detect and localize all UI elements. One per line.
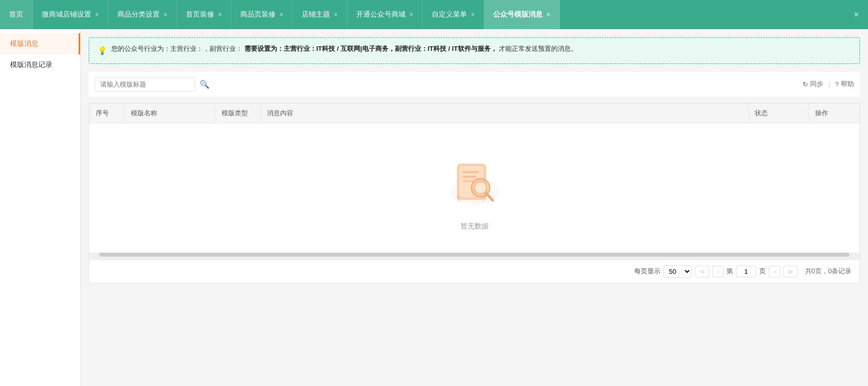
notice-banner: 💡 您的公众号行业为：主营行业：，副营行业： 需要设置为：主营行业：IT科技 /… (89, 37, 860, 64)
col-header-status: 状态 (749, 103, 809, 123)
page-unit: 页 (759, 267, 766, 276)
page-input[interactable] (736, 266, 756, 277)
lightbulb-icon: 💡 (97, 44, 107, 57)
svg-point-7 (475, 182, 487, 194)
page-size-label: 每页显示 (634, 267, 660, 276)
sync-icon: ↻ (803, 81, 808, 88)
next-page-button[interactable]: › (769, 266, 780, 277)
tab-open-store[interactable]: 开通公众号商城× (347, 0, 423, 29)
tab-label-product-decor: 商品页装修 (240, 10, 276, 19)
col-header-action: 操作 (809, 103, 859, 123)
tab-label-product-category: 商品分类设置 (117, 10, 160, 19)
svg-rect-3 (462, 171, 479, 173)
tab-close-wsc-settings[interactable]: × (95, 11, 99, 18)
tab-product-decor[interactable]: 商品页装修× (231, 0, 293, 29)
svg-rect-5 (462, 180, 474, 182)
divider: | (828, 81, 830, 88)
col-header-content: 消息内容 (261, 103, 749, 123)
tab-template-msg[interactable]: 公众号模版消息× (484, 0, 560, 29)
tab-label-template-msg: 公众号模版消息 (493, 10, 543, 19)
tab-custom-menu[interactable]: 自定义菜单× (423, 0, 484, 29)
tab-close-product-category[interactable]: × (164, 11, 167, 18)
search-button[interactable]: 🔍 (199, 80, 210, 89)
col-header-name: 模版名称 (125, 103, 216, 123)
tab-label-open-store: 开通公众号商城 (356, 10, 406, 19)
data-table: 序号模版名称模版类型消息内容状态操作 (89, 103, 859, 251)
notice-text: 您的公众号行业为：主营行业：，副营行业： 需要设置为：主营行业：IT科技 / 互… (111, 44, 577, 54)
tab-home-decor[interactable]: 首页装修× (177, 0, 231, 29)
tab-product-category[interactable]: 商品分类设置× (108, 0, 177, 29)
sidebar-item-template-msg[interactable]: 模版消息 (0, 33, 80, 54)
tab-label-store-theme: 店铺主题 (302, 10, 330, 19)
tab-label-home: 首页 (9, 10, 23, 19)
table-container: 序号模版名称模版类型消息内容状态操作 (89, 103, 860, 283)
tab-wsc-settings[interactable]: 微商城店铺设置× (33, 0, 108, 29)
last-page-button[interactable]: ⊳ (783, 266, 798, 277)
search-bar: 🔍 ↻ 同步 | ? 帮助 (89, 72, 860, 97)
empty-text: 暂无数据 (460, 222, 489, 231)
help-icon: ? (835, 81, 839, 88)
tab-close-home-decor[interactable]: × (218, 11, 222, 18)
pagination: 每页显示 50 20 100 ⊲ ‹ 第 页 › ⊳ 共0页，0条记录 (89, 260, 859, 283)
tab-close-open-store[interactable]: × (410, 11, 413, 18)
empty-row: 暂无数据 (90, 123, 859, 251)
tab-label-home-decor: 首页装修 (186, 10, 214, 19)
main-layout: 模版消息模版消息记录 💡 您的公众号行业为：主营行业：，副营行业： 需要设置为：… (0, 29, 868, 386)
tab-home[interactable]: 首页 (0, 0, 33, 29)
help-button[interactable]: ? 帮助 (835, 80, 854, 89)
tab-bar: 首页微商城店铺设置×商品分类设置×首页装修×商品页装修×店铺主题×开通公众号商城… (0, 0, 868, 29)
search-right: ↻ 同步 | ? 帮助 (803, 80, 854, 89)
search-left: 🔍 (95, 77, 210, 92)
tab-close-template-msg[interactable]: × (547, 11, 550, 18)
prev-page-button[interactable]: ‹ (712, 266, 723, 277)
pagination-total: 共0页，0条记录 (805, 267, 851, 276)
page-size-select[interactable]: 50 20 100 (663, 265, 692, 278)
sidebar: 模版消息模版消息记录 (0, 29, 81, 386)
tab-close-custom-menu[interactable]: × (471, 11, 475, 18)
empty-state: 暂无数据 (90, 123, 859, 251)
sidebar-item-template-msg-log[interactable]: 模版消息记录 (0, 54, 80, 75)
tab-close-product-decor[interactable]: × (280, 11, 283, 18)
tab-label-wsc-settings: 微商城店铺设置 (42, 10, 91, 19)
scrollbar-thumb (99, 253, 849, 257)
scrollbar-area[interactable] (89, 253, 859, 260)
first-page-button[interactable]: ⊲ (695, 266, 709, 277)
tab-store-theme[interactable]: 店铺主题× (293, 0, 347, 29)
tab-label-custom-menu: 自定义菜单 (432, 10, 467, 19)
content-area: 💡 您的公众号行业为：主营行业：，副营行业： 需要设置为：主营行业：IT科技 /… (81, 29, 868, 386)
close-all-button[interactable]: × (844, 10, 868, 20)
empty-icon (444, 153, 505, 214)
search-input[interactable] (95, 77, 195, 92)
col-header-type: 模版类型 (216, 103, 261, 123)
col-header-index: 序号 (90, 103, 125, 123)
tab-close-store-theme[interactable]: × (334, 11, 338, 18)
page-prefix: 第 (726, 267, 733, 276)
svg-rect-4 (462, 176, 477, 178)
sync-button[interactable]: ↻ 同步 (803, 80, 823, 89)
